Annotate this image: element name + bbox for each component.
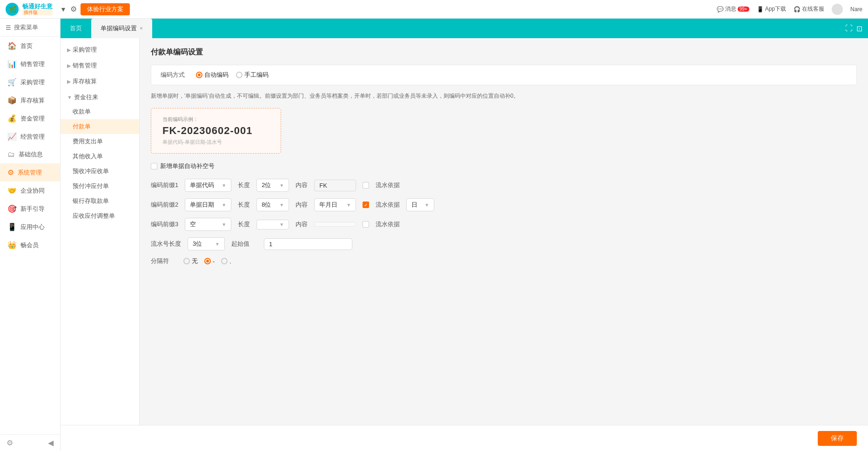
msg-badge: 99+ <box>738 7 749 12</box>
auto-coding-option[interactable]: 自动编码 <box>196 71 229 79</box>
prefix3-arrow: ▼ <box>222 222 226 227</box>
sidebar-item-sales[interactable]: 📊 销售管理 <box>0 55 60 73</box>
prefix2-period-value: 日 <box>411 201 417 209</box>
prefix1-flow-checkbox[interactable] <box>363 182 369 188</box>
separator-none-radio[interactable] <box>183 258 190 264</box>
serial-length-value: 3位 <box>193 240 202 248</box>
dropdown-btn[interactable]: ▼ <box>60 6 67 13</box>
avatar[interactable] <box>832 4 843 15</box>
subnav-title-capital[interactable]: ▼ 资金往来 <box>61 90 139 104</box>
sidebar-item-guide[interactable]: 🎯 新手引导 <box>0 200 60 218</box>
sidebar-item-home[interactable]: 🏠 首页 <box>0 37 60 55</box>
sidebar-label-enterprise: 企业协同 <box>20 187 45 195</box>
online-support-btn[interactable]: 🎧 在线客服 <box>794 5 824 13</box>
prefix2-length-select[interactable]: 8位 ▼ <box>256 198 289 211</box>
tab-active[interactable]: 单据编码设置 × <box>91 19 152 38</box>
manual-coding-option[interactable]: 手工编码 <box>236 71 269 79</box>
search-menu-label: 搜索菜单 <box>14 23 38 32</box>
auto-coding-radio[interactable] <box>196 72 202 78</box>
inventory-icon: 📦 <box>7 96 17 105</box>
subnav-item-advance-pay[interactable]: 预付冲应付单 <box>61 179 139 194</box>
subnav-item-bank[interactable]: 银行存取款单 <box>61 194 139 209</box>
top-bar-left: 🌿 畅通好生意 插件版 <box>6 3 53 16</box>
prefix3-flow-checkbox[interactable] <box>363 221 369 228</box>
prefix1-length-label: 长度 <box>238 181 250 189</box>
serial-start-input[interactable] <box>264 238 352 250</box>
separator-dash-option[interactable]: - <box>204 258 215 265</box>
subnav-item-other-income[interactable]: 其他收入单 <box>61 149 139 164</box>
tab-restore-btn[interactable]: ⊡ <box>856 24 862 33</box>
sidebar-item-purchase[interactable]: 🛒 采购管理 <box>0 73 60 91</box>
user-name: Nare <box>850 6 862 13</box>
prefix1-length-select[interactable]: 2位 ▼ <box>256 179 289 192</box>
sidebar-item-enterprise[interactable]: 🤝 企业协同 <box>0 182 60 200</box>
prefix3-content-label: 内容 <box>296 220 308 229</box>
sidebar-item-basic[interactable]: 🗂 基础信息 <box>0 146 60 163</box>
subnav-item-payment[interactable]: 付款单 <box>61 119 139 134</box>
serial-length-label: 流水号长度 <box>151 240 181 248</box>
prefix3-content-input <box>314 222 356 227</box>
sidebar-settings-btn[interactable]: ⚙ <box>7 438 13 447</box>
separator-none-option[interactable]: 无 <box>183 257 198 265</box>
subnav-title-purchase[interactable]: ▶ 采购管理 <box>61 43 139 57</box>
subnav-group-purchase: ▶ 采购管理 <box>61 43 139 57</box>
auto-coding-label: 自动编码 <box>204 71 229 79</box>
subnav-title-inventory[interactable]: ▶ 库存核算 <box>61 74 139 88</box>
prefix2-flow-label: 流水依据 <box>376 201 400 209</box>
save-button[interactable]: 保存 <box>818 431 857 446</box>
sidebar-item-inventory[interactable]: 📦 库存核算 <box>0 91 60 109</box>
tab-fullscreen-btn[interactable]: ⛶ <box>845 24 853 33</box>
tab-bar: 首页 单据编码设置 × ⛶ ⊡ <box>61 19 868 38</box>
prefix2-flow-checkbox[interactable]: ✓ <box>363 202 369 208</box>
separator-dot-radio[interactable] <box>221 258 228 264</box>
sidebar-label-apps: 应用中心 <box>20 223 45 231</box>
auto-fill-label: 新增单据自动补空号 <box>160 162 215 170</box>
sidebar-item-finance[interactable]: 💰 资金管理 <box>0 109 60 128</box>
sidebar-item-apps[interactable]: 📱 应用中心 <box>0 218 60 236</box>
prefix3-length-select[interactable]: ▼ <box>256 220 289 229</box>
tab-home[interactable]: 首页 <box>61 19 91 38</box>
search-menu-btn[interactable]: ☰ 搜索菜单 <box>0 19 60 37</box>
separator-dot-option[interactable]: . <box>221 258 231 265</box>
subnav-item-ap-adjust[interactable]: 应收应付调整单 <box>61 209 139 223</box>
manual-coding-radio[interactable] <box>236 72 242 78</box>
message-btn[interactable]: 💬 消息 99+ <box>717 5 749 13</box>
prefix3-select[interactable]: 空 ▼ <box>185 218 231 231</box>
code-preview-sub: 单据代码-单据日期-流水号 <box>162 139 269 146</box>
subnav-item-expense[interactable]: 费用支出单 <box>61 134 139 149</box>
subnav-item-receipt[interactable]: 收款单 <box>61 104 139 119</box>
home-icon: 🏠 <box>7 41 17 50</box>
prefix2-content-value: 年月日 <box>319 201 337 209</box>
trial-btn[interactable]: 体验行业方案 <box>81 3 130 15</box>
apps-icon: 📱 <box>7 222 17 231</box>
subnav-title-sales[interactable]: ▶ 销售管理 <box>61 59 139 73</box>
tab-active-label: 单据编码设置 <box>101 24 137 33</box>
subnav-item-advance-recv[interactable]: 预收冲应收单 <box>61 164 139 179</box>
prefix1-flow-label: 流水依据 <box>376 181 400 189</box>
prefix2-period-select[interactable]: 日 ▼ <box>406 198 434 211</box>
prefix1-select[interactable]: 单据代码 ▼ <box>185 179 231 192</box>
prefix2-value: 单据日期 <box>190 201 214 209</box>
finance-icon: 💰 <box>7 114 17 123</box>
separator-dash-radio[interactable] <box>204 258 211 264</box>
prefix1-arrow: ▼ <box>222 183 226 188</box>
auto-fill-checkbox[interactable] <box>151 163 157 169</box>
prefix2-content-select[interactable]: 年月日 ▼ <box>314 198 356 211</box>
settings-btn[interactable]: ⚙ <box>70 5 77 13</box>
subnav-group-capital: ▼ 资金往来 收款单 付款单 费用支出单 其他收入单 预收冲应收单 预付冲应付单… <box>61 90 139 223</box>
code-preview-box: 当前编码示例： FK-20230602-001 单据代码-单据日期-流水号 <box>151 108 281 154</box>
app-download-btn[interactable]: 📱 App下载 <box>757 5 786 13</box>
prefix2-select[interactable]: 单据日期 ▼ <box>185 198 231 211</box>
sidebar-label-inventory: 库存核算 <box>20 96 45 105</box>
tab-close-btn[interactable]: × <box>140 25 143 32</box>
info-text: 新增单据时，'单据编码'自动生成，不可编辑。前缀设置为部门、业务员等档案类，开单… <box>151 92 857 101</box>
serial-length-select[interactable]: 3位 ▼ <box>188 237 225 250</box>
code-preview-value: FK-20230602-001 <box>162 125 269 137</box>
sidebar-items: 🏠 首页 📊 销售管理 🛒 采购管理 📦 库存核算 💰 资金管理 📈 经营管理 … <box>0 37 60 434</box>
sidebar-collapse-btn[interactable]: ◀ <box>48 438 54 447</box>
sidebar-item-system[interactable]: ⚙ 系统管理 <box>0 163 60 182</box>
sidebar-item-operations[interactable]: 📈 经营管理 <box>0 128 60 146</box>
prefix1-label: 编码前缀1 <box>151 181 178 189</box>
sidebar-item-member[interactable]: 👑 畅会员 <box>0 236 60 254</box>
tab-home-label: 首页 <box>70 24 82 33</box>
